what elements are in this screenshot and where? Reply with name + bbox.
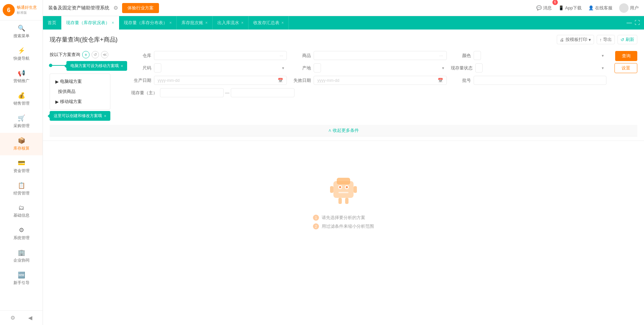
sidebar-item-purchase[interactable]: 🛒 采购管理 [0, 110, 43, 133]
system-icon: ⚙ [19, 226, 24, 234]
message-icon: 💬 [536, 5, 542, 10]
tab-inventory-status[interactable]: 现存量（库存状况表） × [61, 16, 119, 30]
size-select[interactable] [154, 63, 161, 72]
app-download-btn[interactable]: 📱 App下载 [558, 5, 582, 11]
calendar-icon[interactable]: 📅 [278, 78, 283, 83]
warehouse-dots-icon[interactable]: ··· [280, 53, 283, 58]
tab-fullscreen-icon[interactable]: ⛶ [635, 20, 640, 26]
calendar2-icon[interactable]: 📅 [438, 78, 443, 83]
tooltip-pc-scheme: 电脑方案可设为移动方案哦 × [66, 61, 127, 71]
tab-close-icon[interactable]: × [112, 20, 114, 25]
sidebar-item-guide[interactable]: 🆕 新手引导 [0, 267, 43, 290]
svg-point-4 [339, 186, 341, 188]
export-btn[interactable]: ↑ 导出 [597, 35, 615, 44]
collapse-bar[interactable]: ∧ 收起更多条件 [50, 125, 637, 137]
sidebar-item-sales[interactable]: 💰 销售管理 [0, 88, 43, 110]
tab-minimize-icon[interactable]: — [627, 20, 632, 26]
tab-collect-summary[interactable]: 收发存汇总表 × [249, 16, 289, 30]
settings-bottom-icon[interactable]: ⚙ [10, 315, 15, 321]
operations-icon: 📋 [18, 182, 25, 189]
filter-refresh-btn[interactable]: ↺ [92, 51, 99, 58]
empty-icon [323, 168, 364, 208]
sidebar-footer: ⚙ ◀ [0, 310, 43, 325]
tab-inout-flow[interactable]: 出入库流水 × [213, 16, 249, 30]
tab-inventory-dist[interactable]: 现存量（库存分布表） × [119, 16, 177, 30]
sidebar-item-label: 搜索菜单 [13, 33, 30, 39]
online-service-btn[interactable]: 👤 在线客服 [588, 5, 612, 11]
sidebar-item-search[interactable]: 🔍 搜索菜单 [0, 20, 43, 43]
settings-icon[interactable]: ⚙ [113, 5, 118, 11]
filter-add-btn[interactable]: + [82, 51, 90, 58]
sidebar-item-basic[interactable]: 🗂 基础信息 [0, 200, 43, 222]
tab-inventory-status-label: 现存量（库存状况表） [66, 20, 110, 26]
tab-home[interactable]: 首页 [43, 16, 61, 30]
tab-inout-flow-label: 出入库流水 [217, 20, 239, 26]
reset-btn[interactable]: 设置 [614, 63, 637, 73]
filter-warehouse: 仓库 ··· [131, 51, 287, 60]
sidebar-item-quick[interactable]: ⚡ 快捷导航 [0, 43, 43, 65]
tooltip1-text: 电脑方案可设为移动方案哦 [70, 63, 119, 69]
tab-close-icon[interactable]: × [241, 20, 244, 25]
chevron-up-icon: ∧ [328, 128, 332, 133]
size-label: 尺码 [131, 65, 151, 71]
filter-back-btn[interactable]: ≪ [101, 51, 108, 58]
stock-qty-max[interactable] [231, 88, 294, 97]
system-name: 装备及固定资产辅助管理系统 [48, 5, 109, 11]
message-btn[interactable]: 💬 消息 6 [536, 5, 552, 11]
stock-qty-min[interactable] [160, 88, 224, 97]
sidebar-item-operations[interactable]: 📋 经营管理 [0, 178, 43, 200]
guide-icon: 🆕 [18, 271, 25, 279]
step-2-text: 用过滤条件来缩小分析范围 [322, 223, 374, 229]
svg-rect-10 [345, 198, 348, 204]
dash-icon: — [225, 90, 229, 95]
top-header: 装备及固定资产辅助管理系统 ⚙ 体验行业方案 💬 消息 6 📱 App下载 [43, 0, 644, 16]
sidebar-item-label: 资金管理 [13, 168, 30, 174]
filter-scheme-area: 按以下方案查询 + ↺ ≪ 电脑方案可设为移动方案哦 × [50, 51, 127, 121]
origin-select[interactable] [314, 63, 321, 72]
prod-date-label: 生产日期 [131, 77, 151, 84]
tab-close-icon[interactable]: × [281, 20, 284, 25]
experience-btn[interactable]: 体验行业方案 [122, 3, 159, 13]
print-btn[interactable]: 🖨 按模板打印 ▾ [557, 35, 594, 44]
batch-label: 批号 [451, 77, 471, 84]
tab-close-icon[interactable]: × [169, 20, 172, 25]
user-label: 用户 [630, 5, 639, 11]
enterprise-icon: 🏢 [18, 249, 25, 256]
warehouse-label: 仓库 [131, 53, 151, 59]
filter-goods: 商品 ··· [291, 51, 446, 60]
sidebar-item-finance[interactable]: 💳 资金管理 [0, 155, 43, 178]
sidebar-item-marketing[interactable]: 📢 营销推广 [0, 65, 43, 88]
svg-rect-7 [330, 186, 333, 193]
sidebar-item-label: 快捷导航 [13, 56, 30, 61]
sidebar-item-enterprise[interactable]: 🏢 企业协同 [0, 245, 43, 267]
refresh-btn[interactable]: ↺ 刷新 [618, 35, 637, 44]
tooltip2-text: 这里可以创建和修改方案哦 [54, 113, 102, 119]
scheme-item-by-product[interactable]: 按供商品 [50, 87, 110, 97]
refresh-icon: ↺ [621, 37, 624, 42]
tab-batch-account[interactable]: 库存批次账 × [177, 16, 213, 30]
sidebar-nav: 🔍 搜索菜单 ⚡ 快捷导航 📢 营销推广 💰 销售管理 🛒 采购管理 📦 [0, 20, 43, 310]
collapse-sidebar-icon[interactable]: ◀ [28, 315, 32, 321]
svg-rect-9 [338, 198, 342, 204]
sidebar-item-label: 采购管理 [13, 123, 30, 129]
filter-batch-no: 批号 [451, 76, 606, 85]
batch-input[interactable] [474, 76, 606, 85]
svg-rect-8 [354, 186, 357, 193]
origin-label: 产地 [291, 65, 311, 71]
search-btn[interactable]: 查询 [615, 51, 637, 61]
color-select[interactable] [474, 51, 481, 60]
filter-label: 按以下方案查询 [50, 52, 80, 58]
sidebar-item-inventory[interactable]: 📦 库存核算 [0, 133, 43, 155]
tab-bar: 首页 现存量（库存状况表） × 现存量（库存分布表） × 库存批次账 × 出入库… [43, 16, 644, 30]
goods-dots-icon[interactable]: ··· [439, 53, 443, 58]
filter-production-date: 生产日期 yyyy-mm-dd 📅 [131, 76, 287, 85]
stock-status-select[interactable] [475, 63, 483, 72]
tab-close-icon[interactable]: × [205, 20, 208, 25]
app-name: 畅通好生意 [17, 5, 37, 10]
tooltip1-close[interactable]: × [121, 64, 123, 68]
user-btn[interactable]: 用户 [619, 3, 639, 13]
sidebar-item-system[interactable]: ⚙ 系统管理 [0, 222, 43, 245]
tooltip2-close[interactable]: × [104, 114, 106, 118]
marketing-icon: 📢 [18, 69, 25, 77]
basic-icon: 🗂 [18, 204, 24, 211]
